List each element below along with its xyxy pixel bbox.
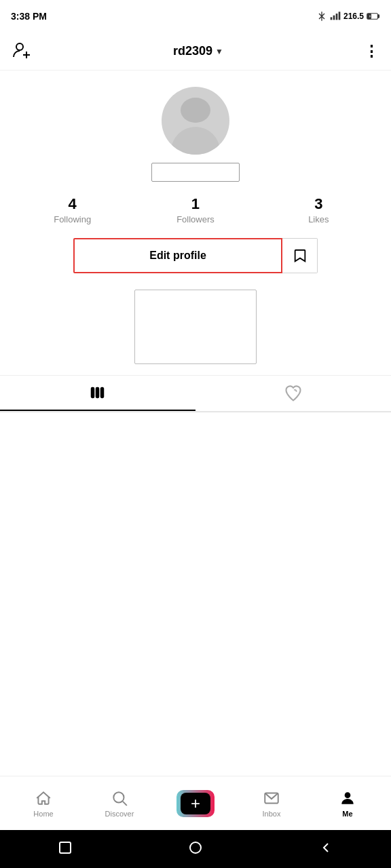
svg-rect-0: [331, 17, 333, 20]
battery-text: 216.5: [343, 12, 364, 21]
system-nav-back[interactable]: [318, 840, 334, 859]
edit-profile-button[interactable]: Edit profile: [73, 238, 282, 273]
followers-stat[interactable]: 1 Followers: [134, 195, 257, 224]
tab-grid[interactable]: [0, 376, 196, 411]
bluetooth-icon: [316, 11, 327, 22]
action-buttons: Edit profile: [73, 238, 318, 273]
system-nav-home[interactable]: [187, 840, 204, 859]
system-nav-recents[interactable]: [57, 840, 73, 859]
svg-rect-21: [60, 842, 71, 853]
more-options-button[interactable]: ⋮: [364, 43, 380, 60]
nav-home[interactable]: Home: [5, 789, 81, 818]
username-title[interactable]: rd2309 ▼: [173, 44, 223, 58]
tab-liked[interactable]: [196, 376, 391, 411]
following-label: Following: [54, 214, 91, 224]
status-time: 3:38 PM: [11, 11, 47, 22]
content-placeholder-box: [134, 290, 257, 364]
top-nav: rd2309 ▼ ⋮: [0, 33, 391, 71]
stats-row: 4 Following 1 Followers 3 Likes: [11, 195, 380, 224]
username-text: rd2309: [173, 44, 212, 58]
nav-me[interactable]: Me: [310, 789, 386, 818]
svg-rect-5: [367, 14, 371, 18]
nav-create[interactable]: +: [157, 790, 234, 817]
signal-icon: [330, 11, 341, 22]
following-stat[interactable]: 4 Following: [11, 195, 134, 224]
plus-icon: +: [191, 794, 200, 813]
likes-stat[interactable]: 3 Likes: [257, 195, 380, 224]
svg-rect-14: [92, 388, 94, 397]
liked-icon: [284, 384, 303, 403]
dropdown-arrow-icon: ▼: [215, 47, 223, 56]
likes-label: Likes: [308, 214, 329, 224]
system-nav: [0, 830, 391, 868]
svg-line-18: [123, 801, 127, 805]
content-area: [0, 412, 391, 776]
following-count: 4: [69, 195, 77, 213]
battery-icon: [367, 12, 380, 21]
followers-label: Followers: [176, 214, 215, 224]
avatar-body: [171, 127, 220, 155]
svg-point-17: [113, 792, 124, 802]
bookmark-icon: [293, 248, 308, 263]
svg-rect-6: [377, 15, 379, 18]
grid-icon: [90, 384, 106, 401]
home-label: Home: [33, 810, 53, 818]
followers-count: 1: [191, 195, 200, 213]
username-display-box: [151, 163, 240, 182]
bookmark-button[interactable]: [282, 238, 318, 273]
me-label: Me: [342, 810, 352, 818]
bottom-nav: Home Discover + Inbox Me: [0, 776, 391, 830]
svg-point-22: [190, 842, 201, 853]
inbox-label: Inbox: [263, 810, 281, 818]
avatar: [162, 87, 229, 155]
svg-rect-16: [101, 388, 103, 397]
create-button[interactable]: +: [176, 790, 215, 817]
time-text: 3:38 PM: [11, 11, 47, 22]
tabs-row: [0, 375, 391, 412]
discover-label: Discover: [105, 810, 134, 818]
svg-rect-2: [336, 14, 338, 20]
svg-rect-1: [333, 16, 335, 20]
discover-icon: [111, 789, 128, 807]
home-icon: [35, 789, 52, 807]
me-icon: [339, 789, 356, 807]
profile-section: 4 Following 1 Followers 3 Likes Edit pro…: [0, 71, 391, 375]
status-bar: 3:38 PM 216.5: [0, 0, 391, 33]
avatar-head: [181, 98, 210, 123]
nav-discover[interactable]: Discover: [81, 789, 157, 818]
add-friend-button[interactable]: [11, 39, 33, 64]
svg-rect-3: [339, 12, 341, 20]
inbox-icon: [263, 789, 280, 807]
svg-point-20: [345, 792, 351, 798]
likes-count: 3: [314, 195, 322, 213]
svg-rect-15: [96, 388, 98, 397]
status-icons: 216.5: [316, 11, 380, 22]
svg-point-8: [16, 43, 23, 50]
nav-inbox[interactable]: Inbox: [234, 789, 310, 818]
